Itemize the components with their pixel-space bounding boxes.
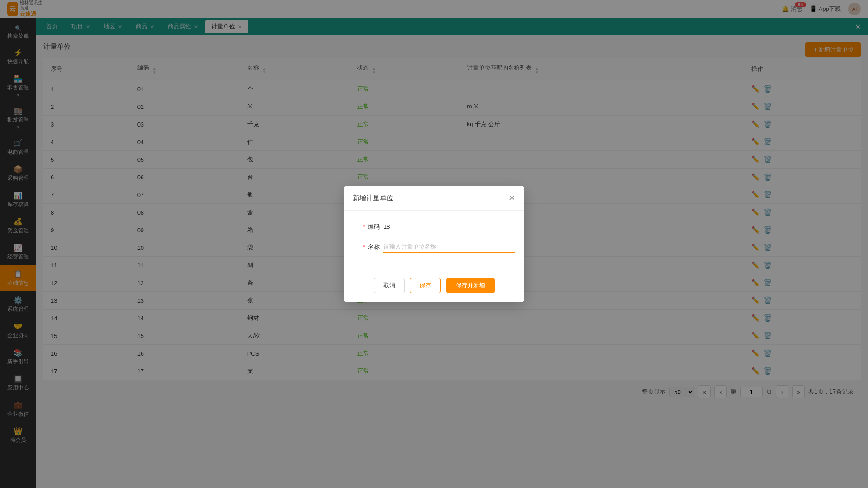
modal-body: * 编码 * 名称	[344, 211, 524, 272]
code-required-mark: *	[363, 223, 365, 230]
name-required-mark: *	[363, 244, 365, 250]
name-input[interactable]	[383, 241, 515, 253]
modal-header: 新增计量单位 ✕	[344, 186, 524, 211]
save-button[interactable]: 保存	[410, 278, 441, 293]
save-and-new-button[interactable]: 保存并新增	[446, 278, 495, 293]
name-label: * 名称	[353, 243, 380, 251]
code-label: * 编码	[353, 223, 380, 231]
modal-footer: 取消 保存 保存并新增	[344, 272, 524, 302]
modal-title: 新增计量单位	[353, 194, 393, 202]
modal-overlay: 新增计量单位 ✕ * 编码 * 名称 取消 保存 保存并新增	[0, 0, 868, 488]
cancel-button[interactable]: 取消	[374, 278, 405, 293]
code-label-text: 编码	[368, 223, 380, 230]
modal-close-button[interactable]: ✕	[509, 193, 515, 203]
name-label-text: 名称	[368, 244, 380, 250]
add-unit-modal: 新增计量单位 ✕ * 编码 * 名称 取消 保存 保存并新增	[344, 186, 524, 302]
code-input[interactable]	[383, 221, 515, 232]
form-row-name: * 名称	[353, 241, 515, 253]
form-row-code: * 编码	[353, 221, 515, 232]
